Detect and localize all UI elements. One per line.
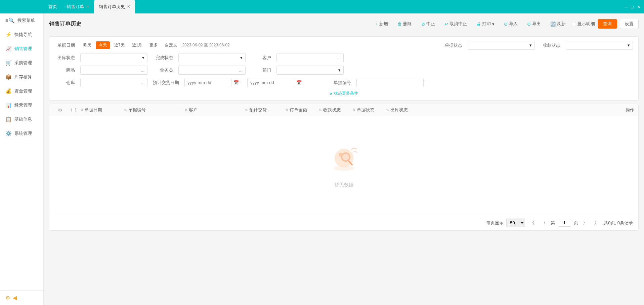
col-order-status[interactable]: ⇅ 单据状态 [352,107,386,113]
refresh-btn[interactable]: 🔄 刷新 [547,19,569,29]
total-text: 共0页, 0条记录 [604,220,633,226]
delete-icon: 🗑 [397,22,402,27]
sort-num-icon: ⇅ [124,108,127,112]
fund-mgmt-icon: 💰 [5,88,12,94]
col-out-status[interactable]: ⇅ 出库状态 [386,107,420,113]
new-icon: + [375,22,378,27]
col-customer[interactable]: ⇅ 客户 [184,107,245,113]
department-label: 部门 [251,67,271,73]
search-menu-icon: ≡🔍 [5,17,15,24]
cancel-stop-btn[interactable]: ↩ 取消中止 [441,19,470,29]
salesperson-label: 业务员 [153,67,173,73]
filter-row-date: 单据日期 昨天 今天 近7天 近1月 更多 自定义 2023-06-02 至 2… [55,41,633,50]
shortcut-yesterday[interactable]: 昨天 [80,41,94,49]
import-btn[interactable]: ⊙ 导入 [501,19,521,29]
page-title: 销售订单历史 [49,21,81,28]
warehouse-dots[interactable]: ... [141,80,144,85]
customer-dots[interactable]: ... [337,55,341,60]
tab-sales-order-history[interactable]: 销售订单历史 ✕ [94,0,135,13]
empty-state: 暂无数据 [49,116,638,215]
customer-input[interactable]: ... [276,53,344,62]
expected-date-end[interactable] [247,78,294,87]
print-btn[interactable]: 🖨 打印 ▾ [473,19,498,29]
customer-label: 客户 [251,55,271,61]
window-close-btn[interactable]: ✕ [637,4,641,9]
out-status-select[interactable]: ▾ [80,53,147,62]
shortcut-last7[interactable]: 近7天 [111,41,128,49]
sidebar-item-fund-mgmt[interactable]: 💰 资金管理 [0,84,43,98]
import-icon: ⊙ [504,22,508,27]
shortcut-today[interactable]: 今天 [96,41,110,49]
complete-status-select[interactable]: ▾ [178,53,246,62]
display-detail-checkbox[interactable] [572,22,576,26]
payment-status-select[interactable]: ▾ [566,41,633,50]
settings-btn[interactable]: 设置 [620,19,639,29]
minimize-btn[interactable]: ─ [625,4,628,9]
close-tab-sales-order[interactable]: ✕ [86,4,89,9]
col-settings[interactable]: ⚙ [53,108,67,113]
col-check[interactable] [67,108,80,112]
collapse-row[interactable]: ∧ 收起更多条件 [55,90,633,96]
warehouse-input[interactable]: ... [80,78,147,87]
department-select[interactable]: ▾ [276,66,344,75]
sort-out-status-icon: ⇅ [386,108,389,112]
export-icon: ⊙ [527,22,531,27]
shortcut-custom[interactable]: 自定义 [162,41,180,49]
select-all-checkbox[interactable] [72,108,76,112]
shortcut-last30[interactable]: 近1月 [129,41,145,49]
sidebar-item-sales-mgmt[interactable]: 📈 销售管理 [0,42,43,56]
sidebar-item-search-menu[interactable]: ≡🔍 搜索菜单 [0,13,43,28]
sales-mgmt-icon: 📈 [5,46,12,52]
order-status-label: 单据状态 [442,42,462,48]
page-size-select[interactable]: 50 10 20 100 [506,219,525,227]
tab-home[interactable]: 首页 [44,0,62,13]
collapse-icon: ∧ [330,91,333,96]
order-status-select[interactable]: ▾ [468,41,535,50]
filter-row-warehouse: 仓库 ... 预计交货日期 📅 — 📅 单据编号 [55,78,633,87]
col-num[interactable]: ⇅ 单据编号 [124,107,184,113]
sort-delivery-icon: ⇅ [245,108,248,112]
sidebar-item-quick-nav[interactable]: ⚡ 快捷导航 [0,28,43,42]
export-btn[interactable]: ⊙ 导出 [524,19,544,29]
table-container: ⚙ ⇅ 单据日期 ⇅ 单据编号 ⇅ 客户 ⇅ [49,104,639,231]
col-amount[interactable]: ⇅ 订单金额 [285,107,319,113]
goods-input[interactable]: ... [80,66,147,75]
order-num-input[interactable] [356,78,424,87]
cancel-stop-icon: ↩ [444,22,448,27]
col-date[interactable]: ⇅ 单据日期 [80,107,124,113]
query-btn[interactable]: 查询 [598,19,617,29]
sort-order-status-icon: ⇅ [352,108,355,112]
shortcut-more[interactable]: 更多 [146,41,161,49]
out-status-chevron: ▾ [142,55,144,60]
close-tab-sales-order-history[interactable]: ✕ [127,4,130,9]
goods-dots[interactable]: ... [141,68,144,73]
filter-row-goods: 商品 ... 业务员 ... 部门 ▾ [55,66,633,75]
new-btn[interactable]: + 新增 [372,19,391,29]
expected-date-start[interactable] [184,78,231,87]
calendar-icon-start: 📅 [233,80,239,85]
calendar-icon-end: 📅 [296,80,302,85]
prev-page-btn[interactable]: 〈 [539,219,548,227]
system-mgmt-icon: ⚙️ [5,130,12,137]
maximize-btn[interactable]: □ [631,4,634,9]
salesperson-input[interactable]: ... [178,66,246,75]
stop-btn[interactable]: ⊘ 中止 [418,19,438,29]
svg-point-3 [342,154,349,160]
col-delivery[interactable]: ⇅ 预计交货... [245,107,285,113]
sidebar-settings-btn[interactable]: ⚙ [5,295,10,301]
settings-icon[interactable]: ⚙ [58,108,62,113]
sidebar-item-basic-info[interactable]: 📋 基础信息 [0,112,43,126]
col-pay-status[interactable]: ⇅ 收款状态 [319,107,352,113]
sidebar-item-purchase-mgmt[interactable]: 🛒 采购管理 [0,56,43,70]
last-page-btn[interactable]: 》 [592,219,601,227]
delete-btn[interactable]: 🗑 删除 [394,19,415,29]
page-number-input[interactable] [558,219,571,227]
next-page-btn[interactable]: 〉 [581,219,590,227]
sidebar-collapse-btn[interactable]: ◀ [13,295,17,301]
salesperson-dots[interactable]: ... [239,68,243,73]
first-page-btn[interactable]: 《 [528,219,536,227]
sidebar-item-operation-mgmt[interactable]: 📊 经营管理 [0,98,43,112]
sidebar-item-inventory-check[interactable]: 📦 库存核算 [0,70,43,84]
sidebar-item-system-mgmt[interactable]: ⚙️ 系统管理 [0,126,43,141]
tab-sales-order[interactable]: 销售订单 ✕ [62,0,94,13]
